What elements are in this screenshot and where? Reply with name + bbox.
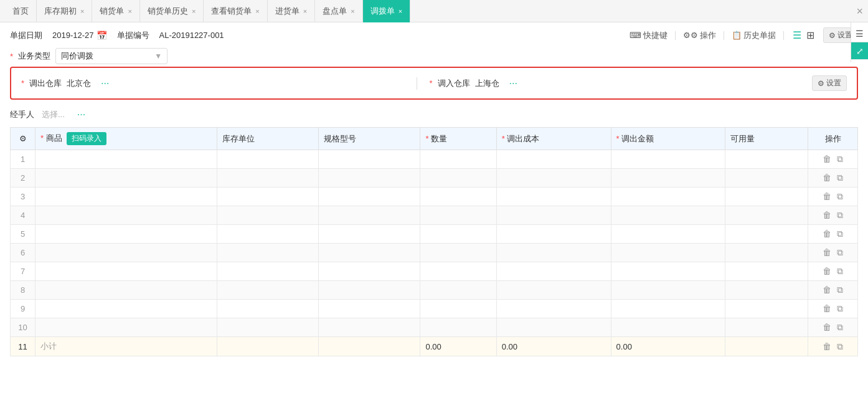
calendar-icon[interactable]: 📅 xyxy=(97,31,107,40)
tab-transfer-close[interactable]: × xyxy=(399,7,402,15)
qty-cell-4[interactable] xyxy=(420,206,496,225)
available-cell-3[interactable] xyxy=(725,188,808,206)
available-cell-6[interactable] xyxy=(725,244,808,262)
tab-inventory-close[interactable]: × xyxy=(351,7,354,15)
tab-inventory[interactable]: 盘点单 × xyxy=(315,0,362,22)
product-cell-7[interactable] xyxy=(35,262,217,281)
row-delete-icon-1[interactable]: 🗑 xyxy=(821,154,833,164)
unit-cell-6[interactable] xyxy=(217,244,318,262)
available-cell-8[interactable] xyxy=(725,281,808,300)
cost-cell-9[interactable] xyxy=(496,300,611,318)
tab-home[interactable]: 首页 xyxy=(5,0,37,22)
warehouse-in-more-button[interactable]: ··· xyxy=(509,78,517,89)
tab-purchase-order-close[interactable]: × xyxy=(303,7,307,15)
product-cell-1[interactable] xyxy=(35,150,217,169)
amount-cell-9[interactable] xyxy=(611,300,725,318)
cost-cell-2[interactable] xyxy=(496,169,611,188)
tab-view-sales[interactable]: 查看销货单 × xyxy=(204,0,267,22)
row-delete-icon-8[interactable]: 🗑 xyxy=(821,285,833,295)
cost-cell-10[interactable] xyxy=(496,318,611,337)
available-cell-4[interactable] xyxy=(725,206,808,225)
row-copy-icon-10[interactable]: ⧉ xyxy=(835,322,845,332)
spec-cell-3[interactable] xyxy=(319,188,420,206)
gear-icon[interactable]: ⚙ xyxy=(19,134,27,143)
spec-cell-1[interactable] xyxy=(319,150,420,169)
unit-cell-5[interactable] xyxy=(217,225,318,244)
operation-toolbar-item[interactable]: ⚙⚙ 操作 xyxy=(683,30,716,41)
unit-cell-7[interactable] xyxy=(217,262,318,281)
business-type-select[interactable]: 同价调拨 ▼ xyxy=(55,48,167,64)
product-cell-4[interactable] xyxy=(35,206,217,225)
cost-cell-5[interactable] xyxy=(496,225,611,244)
product-cell-6[interactable] xyxy=(35,244,217,262)
qty-cell-6[interactable] xyxy=(420,244,496,262)
qty-cell-7[interactable] xyxy=(420,262,496,281)
row-delete-icon-3[interactable]: 🗑 xyxy=(821,191,833,201)
tab-view-sales-close[interactable]: × xyxy=(255,7,259,15)
unit-cell-3[interactable] xyxy=(217,188,318,206)
product-cell-10[interactable] xyxy=(35,318,217,337)
unit-cell-8[interactable] xyxy=(217,281,318,300)
unit-cell-2[interactable] xyxy=(217,169,318,188)
side-list-button[interactable]: ☰ xyxy=(851,25,869,42)
spec-cell-6[interactable] xyxy=(319,244,420,262)
tab-transfer[interactable]: 调拨单 × xyxy=(363,0,410,22)
cost-cell-1[interactable] xyxy=(496,150,611,169)
amount-cell-5[interactable] xyxy=(611,225,725,244)
unit-cell-4[interactable] xyxy=(217,206,318,225)
qty-cell-8[interactable] xyxy=(420,281,496,300)
row-copy-icon-8[interactable]: ⧉ xyxy=(835,285,845,295)
tab-inventory-init[interactable]: 库存期初 × xyxy=(37,0,92,22)
amount-cell-6[interactable] xyxy=(611,244,725,262)
available-cell-9[interactable] xyxy=(725,300,808,318)
row-delete-icon-4[interactable]: 🗑 xyxy=(821,210,833,220)
tab-purchase-order[interactable]: 进货单 × xyxy=(268,0,315,22)
qty-cell-3[interactable] xyxy=(420,188,496,206)
amount-cell-7[interactable] xyxy=(611,262,725,281)
amount-cell-3[interactable] xyxy=(611,188,725,206)
person-select[interactable]: 选择... xyxy=(42,107,65,122)
amount-cell-8[interactable] xyxy=(611,281,725,300)
cost-cell-6[interactable] xyxy=(496,244,611,262)
tab-sales-history-close[interactable]: × xyxy=(192,7,196,15)
row-delete-icon-7[interactable]: 🗑 xyxy=(821,266,833,276)
qty-cell-10[interactable] xyxy=(420,318,496,337)
tab-sales-order[interactable]: 销货单 × xyxy=(92,0,139,22)
scroll-area[interactable]: ⚙ * 商品 扫码录入 库存单位 规格型号 * 数量 * 调 xyxy=(10,127,858,356)
cost-cell-7[interactable] xyxy=(496,262,611,281)
warehouse-setting-button[interactable]: ⚙ 设置 xyxy=(812,75,847,91)
available-cell-7[interactable] xyxy=(725,262,808,281)
row-delete-icon-10[interactable]: 🗑 xyxy=(821,322,833,332)
qty-cell-9[interactable] xyxy=(420,300,496,318)
spec-cell-5[interactable] xyxy=(319,225,420,244)
qty-cell-2[interactable] xyxy=(420,169,496,188)
cost-cell-4[interactable] xyxy=(496,206,611,225)
row-delete-icon-6[interactable]: 🗑 xyxy=(821,247,833,257)
available-cell-5[interactable] xyxy=(725,225,808,244)
product-cell-5[interactable] xyxy=(35,225,217,244)
row-copy-icon-6[interactable]: ⧉ xyxy=(835,247,845,257)
history-toolbar-item[interactable]: 📋 历史单据 xyxy=(732,30,776,41)
tab-sales-order-close[interactable]: × xyxy=(128,7,131,15)
side-expand-button[interactable]: ⤢ xyxy=(851,42,869,60)
unit-cell-10[interactable] xyxy=(217,318,318,337)
cost-cell-3[interactable] xyxy=(496,188,611,206)
list-layout-icon[interactable]: ☰ xyxy=(791,28,803,42)
row-copy-icon-9[interactable]: ⧉ xyxy=(835,303,845,313)
amount-cell-10[interactable] xyxy=(611,318,725,337)
product-cell-8[interactable] xyxy=(35,281,217,300)
window-close-button[interactable]: × xyxy=(856,4,863,17)
available-cell-10[interactable] xyxy=(725,318,808,337)
row-copy-icon-2[interactable]: ⧉ xyxy=(835,173,845,183)
warehouse-out-more-button[interactable]: ··· xyxy=(101,78,109,89)
row-copy-icon-11[interactable]: ⧉ xyxy=(835,341,845,351)
amount-cell-2[interactable] xyxy=(611,169,725,188)
scan-button[interactable]: 扫码录入 xyxy=(67,132,106,145)
product-cell-2[interactable] xyxy=(35,169,217,188)
unit-cell-9[interactable] xyxy=(217,300,318,318)
unit-cell-1[interactable] xyxy=(217,150,318,169)
product-cell-9[interactable] xyxy=(35,300,217,318)
available-cell-2[interactable] xyxy=(725,169,808,188)
row-delete-icon-9[interactable]: 🗑 xyxy=(821,303,833,313)
row-copy-icon-1[interactable]: ⧉ xyxy=(835,154,845,164)
